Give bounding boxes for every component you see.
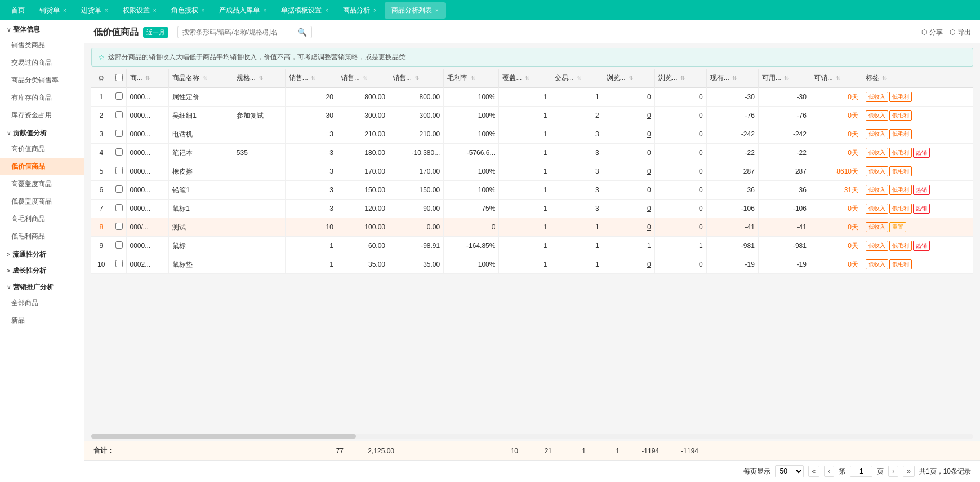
col-saleable[interactable]: 可销... ⇅ xyxy=(810,69,862,88)
row-checkbox[interactable] xyxy=(112,255,126,274)
col-sale-amount[interactable]: 销售... ⇅ xyxy=(337,69,389,88)
search-input[interactable] xyxy=(182,28,295,36)
sidebar-item-all-products[interactable]: 全部商品 xyxy=(0,294,84,312)
select-all-checkbox[interactable] xyxy=(115,74,123,81)
row-checkbox-input[interactable] xyxy=(115,148,123,156)
first-page-btn[interactable]: « xyxy=(808,466,820,477)
col-name[interactable]: 商品名称 ⇅ xyxy=(169,69,233,88)
row-browse1[interactable]: 0 xyxy=(603,200,654,218)
browse1-link[interactable]: 0 xyxy=(647,130,651,138)
row-checkbox[interactable] xyxy=(112,200,126,218)
sidebar-item-stock-capital[interactable]: 库存资金占用 xyxy=(0,107,84,124)
row-checkbox[interactable] xyxy=(112,162,126,181)
col-browse1[interactable]: 浏览... ⇅ xyxy=(603,69,654,88)
sidebar-item-low-value[interactable]: 低价值商品 xyxy=(0,158,84,175)
nav-product-list[interactable]: 商品分析列表 × xyxy=(385,2,446,19)
nav-permission[interactable]: 权限设置 × xyxy=(116,2,163,19)
sidebar-item-high-coverage[interactable]: 高覆盖度商品 xyxy=(0,175,84,193)
sidebar-group-marketing[interactable]: ∨ 营销推广分析 xyxy=(0,278,84,294)
row-settings[interactable]: 9 xyxy=(91,237,112,255)
last-page-btn[interactable]: » xyxy=(903,466,915,477)
export-button[interactable]: ⬡ 导出 xyxy=(950,28,971,37)
nav-sales[interactable]: 销货单 × xyxy=(33,2,73,19)
browse1-link[interactable]: 0 xyxy=(647,149,651,157)
row-checkbox-input[interactable] xyxy=(115,260,123,267)
browse1-link[interactable]: 0 xyxy=(647,223,651,231)
row-checkbox[interactable] xyxy=(112,181,126,200)
row-checkbox[interactable] xyxy=(112,88,126,107)
col-coverage[interactable]: 覆盖... ⇅ xyxy=(499,69,551,88)
next-page-btn[interactable]: › xyxy=(888,466,898,477)
col-code[interactable]: 商... ⇅ xyxy=(126,69,169,88)
browse1-link[interactable]: 0 xyxy=(647,93,651,101)
row-checkbox[interactable] xyxy=(112,107,126,125)
row-settings[interactable]: 5 xyxy=(91,162,112,181)
row-browse1[interactable]: 0 xyxy=(603,88,654,107)
row-browse1[interactable]: 0 xyxy=(603,125,654,144)
prev-page-btn[interactable]: ‹ xyxy=(824,466,834,477)
sidebar-item-new-products[interactable]: 新品 xyxy=(0,312,84,329)
row-browse1[interactable]: 0 xyxy=(603,107,654,125)
sidebar-item-low-margin[interactable]: 低毛利商品 xyxy=(0,228,84,245)
row-settings[interactable]: 7 xyxy=(91,200,112,218)
col-trade[interactable]: 交易... ⇅ xyxy=(551,69,603,88)
nav-role-close[interactable]: × xyxy=(202,7,205,14)
row-checkbox-input[interactable] xyxy=(115,167,123,174)
row-settings[interactable]: 10 xyxy=(91,255,112,274)
col-sale-price[interactable]: 销售... ⇅ xyxy=(389,69,444,88)
browse1-link[interactable]: 0 xyxy=(647,167,651,175)
row-settings[interactable]: 2 xyxy=(91,107,112,125)
row-settings[interactable]: 6 xyxy=(91,181,112,200)
nav-product-list-close[interactable]: × xyxy=(435,7,439,14)
row-settings[interactable]: 3 xyxy=(91,125,112,144)
browse1-link[interactable]: 1 xyxy=(647,242,651,250)
col-settings[interactable]: ⚙ xyxy=(91,69,112,88)
row-checkbox[interactable] xyxy=(112,125,126,144)
browse1-link[interactable]: 0 xyxy=(647,112,651,120)
nav-product-analysis[interactable]: 商品分析 × xyxy=(336,2,384,19)
nav-purchase[interactable]: 进货单 × xyxy=(74,2,115,19)
sidebar-group-growth[interactable]: > 成长性分析 xyxy=(0,262,84,278)
row-checkbox[interactable] xyxy=(112,237,126,255)
row-browse1[interactable]: 0 xyxy=(603,162,654,181)
nav-template-close[interactable]: × xyxy=(325,7,328,14)
row-checkbox[interactable] xyxy=(112,218,126,237)
col-tags[interactable]: 标签 ⇅ xyxy=(862,69,973,88)
row-settings[interactable]: 4 xyxy=(91,144,112,162)
nav-sales-close[interactable]: × xyxy=(63,7,66,14)
row-browse1[interactable]: 1 xyxy=(603,237,654,255)
nav-purchase-close[interactable]: × xyxy=(105,7,108,14)
sidebar-item-high-value[interactable]: 高价值商品 xyxy=(0,140,84,158)
nav-home[interactable]: 首页 xyxy=(5,2,32,19)
col-sale-count[interactable]: 销售... ⇅ xyxy=(285,69,337,88)
row-checkbox[interactable] xyxy=(112,144,126,162)
row-checkbox-input[interactable] xyxy=(115,92,123,100)
sidebar-group-circulation[interactable]: > 流通性分析 xyxy=(0,245,84,262)
table-wrapper[interactable]: ⚙ 商... ⇅ 商品名称 ⇅ 规格... ⇅ 销售... ⇅ 销售... ⇅ … xyxy=(91,69,973,434)
nav-product-storage-close[interactable]: × xyxy=(263,7,266,14)
row-settings[interactable]: 1 xyxy=(91,88,112,107)
col-current[interactable]: 现有... ⇅ xyxy=(706,69,758,88)
row-checkbox-input[interactable] xyxy=(115,204,123,211)
col-spec[interactable]: 规格... ⇅ xyxy=(233,69,285,88)
sidebar-item-in-stock[interactable]: 有库存的商品 xyxy=(0,89,84,107)
col-available[interactable]: 可用... ⇅ xyxy=(758,69,810,88)
browse1-link[interactable]: 0 xyxy=(647,205,651,213)
sidebar-item-low-coverage[interactable]: 低覆盖度商品 xyxy=(0,193,84,210)
date-badge[interactable]: 近一月 xyxy=(143,27,168,38)
settings-icon[interactable]: ⚙ xyxy=(98,74,104,82)
sidebar-item-high-margin[interactable]: 高毛利商品 xyxy=(0,210,84,228)
row-browse1[interactable]: 0 xyxy=(603,181,654,200)
browse1-link[interactable]: 0 xyxy=(647,260,651,268)
per-page-select[interactable]: 50 100 200 xyxy=(775,465,804,477)
row-browse1[interactable]: 0 xyxy=(603,255,654,274)
row-checkbox-input[interactable] xyxy=(115,130,123,137)
row-settings[interactable]: 8 xyxy=(91,218,112,237)
col-browse2[interactable]: 浏览... ⇅ xyxy=(654,69,706,88)
row-checkbox-input[interactable] xyxy=(115,185,123,193)
scrollbar-thumb[interactable] xyxy=(91,434,356,439)
row-checkbox-input[interactable] xyxy=(115,223,123,230)
nav-permission-close[interactable]: × xyxy=(153,7,157,14)
sidebar-item-traded[interactable]: 交易过的商品 xyxy=(0,54,84,72)
nav-role[interactable]: 角色授权 × xyxy=(164,2,212,19)
